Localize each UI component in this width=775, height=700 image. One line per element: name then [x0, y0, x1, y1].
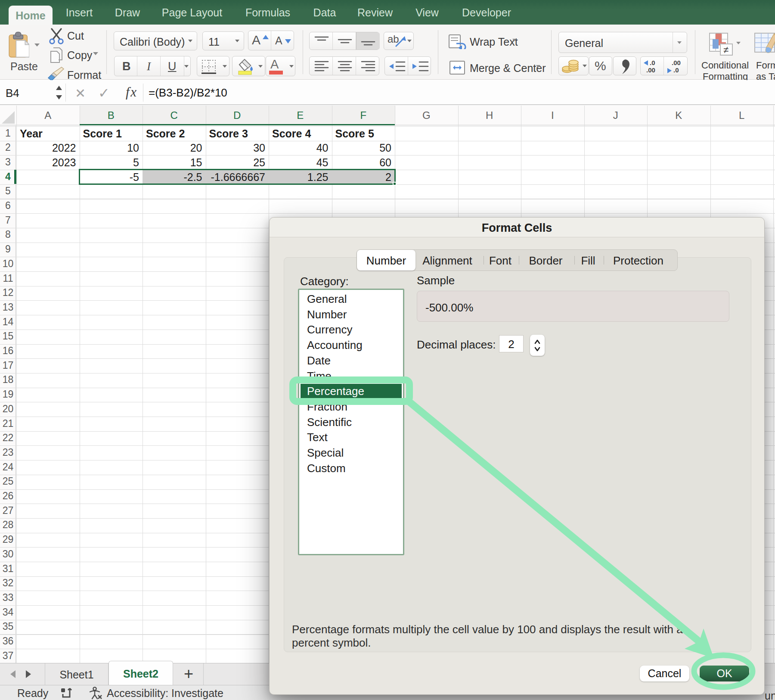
svg-text:≠: ≠: [723, 44, 728, 55]
svg-text:.00: .00: [646, 66, 655, 74]
svg-text:.00: .00: [672, 59, 681, 66]
svg-text:.0: .0: [673, 66, 679, 74]
svg-text:.0: .0: [650, 59, 655, 66]
